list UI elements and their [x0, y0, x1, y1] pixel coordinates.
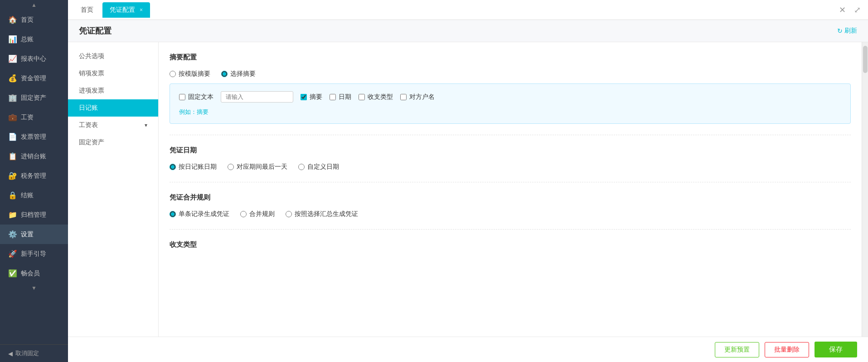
income-type-title: 收支类型 — [170, 240, 851, 249]
last-day-of-period-radio[interactable]: 对应期间最后一天 — [228, 163, 287, 171]
settings-icon: ⚙️ — [8, 230, 17, 239]
bottom-bar: 更新预置 批量删除 保存 — [68, 337, 868, 362]
by-journal-date-radio[interactable]: 按日记账日期 — [170, 163, 217, 171]
right-content: 摘要配置 按模版摘要 选择摘要 — [159, 42, 862, 337]
date-check-input[interactable] — [330, 94, 336, 100]
template-abstract-radio[interactable]: 按模版摘要 — [170, 70, 210, 78]
sidebar-item-member[interactable]: ✅ 畅会员 — [0, 264, 68, 283]
scrollbar-thumb[interactable] — [863, 46, 868, 73]
custom-date-radio[interactable]: 自定义日期 — [298, 163, 339, 171]
main-area: 首页 凭证配置 × ✕ ⤢ 凭证配置 ↻ 刷新 公共选项 — [68, 0, 868, 362]
sidebar-item-funds[interactable]: 💰 资金管理 — [0, 68, 68, 88]
sidebar: ▲ 🏠 首页 📊 总账 📈 报表中心 💰 资金管理 🏢 固定资产 💼 工资 📄 … — [0, 0, 68, 362]
page-header: 凭证配置 ↻ 刷新 — [68, 20, 868, 42]
funds-icon: 💰 — [8, 74, 17, 83]
fixed-text-checkbox[interactable]: 固定文本 — [179, 93, 213, 101]
merge-rule-input[interactable] — [240, 211, 247, 217]
abstract-config-section: 摘要配置 按模版摘要 选择摘要 — [170, 53, 851, 135]
abstract-check-input[interactable] — [301, 94, 307, 100]
sidebar-item-tax[interactable]: 🔐 税务管理 — [0, 166, 68, 186]
select-abstract-input[interactable] — [221, 71, 228, 77]
left-nav-item-sales-invoice[interactable]: 销项发票 — [68, 65, 158, 82]
voucher-date-title: 凭证日期 — [170, 146, 851, 155]
counterpart-name-checkbox[interactable]: 对方户名 — [400, 93, 435, 101]
page-title: 凭证配置 — [79, 25, 112, 36]
income-type-checkbox[interactable]: 收支类型 — [359, 93, 393, 101]
sidebar-item-payroll[interactable]: 💼 工资 — [0, 108, 68, 127]
left-nav-item-public[interactable]: 公共选项 — [68, 48, 158, 65]
fixed-text-field[interactable] — [221, 91, 293, 103]
select-summary-radio[interactable]: 按照选择汇总生成凭证 — [286, 210, 358, 218]
save-button[interactable]: 保存 — [815, 342, 857, 357]
reports-icon: 📈 — [8, 54, 17, 63]
merge-rule-radio[interactable]: 合并规则 — [240, 210, 275, 218]
refresh-button[interactable]: ↻ 刷新 — [837, 27, 857, 35]
pin-icon: ◀ — [8, 350, 13, 357]
income-type-input[interactable] — [359, 94, 365, 100]
window-maximize-icon[interactable]: ⤢ — [852, 3, 863, 17]
template-abstract-input[interactable] — [170, 71, 176, 77]
content-area: 凭证配置 ↻ 刷新 公共选项 销项发票 进项发票 日记账 — [68, 20, 868, 362]
ledger-icon: 📊 — [8, 35, 17, 44]
merge-rules-title: 凭证合并规则 — [170, 193, 851, 202]
tab-close-icon[interactable]: × — [140, 7, 143, 13]
sidebar-scroll-up[interactable]: ▲ — [0, 0, 68, 10]
custom-date-input[interactable] — [298, 164, 305, 170]
counterpart-name-input[interactable] — [400, 94, 407, 100]
sidebar-item-home[interactable]: 🏠 首页 — [0, 10, 68, 29]
voucher-date-section: 凭证日期 按日记账日期 对应期间最后一天 自定义日期 — [170, 146, 851, 182]
sidebar-item-guide[interactable]: 🚀 新手引导 — [0, 244, 68, 264]
fixed-text-input[interactable] — [179, 94, 185, 100]
abstract-checkbox-row: 固定文本 摘要 日期 — [179, 91, 841, 103]
sidebar-item-assets[interactable]: 🏢 固定资产 — [0, 88, 68, 108]
income-type-section: 收支类型 — [170, 240, 851, 268]
tab-bar-actions: ✕ ⤢ — [837, 3, 863, 17]
sidebar-item-purchase-sale[interactable]: 📋 进销台账 — [0, 147, 68, 166]
unpin-button[interactable]: ◀ 取消固定 — [0, 344, 68, 362]
abstract-radio-group: 按模版摘要 选择摘要 — [170, 70, 851, 78]
merge-rules-section: 凭证合并规则 单条记录生成凭证 合并规则 按照选择汇总生成凭证 — [170, 193, 851, 230]
sidebar-scroll-down[interactable]: ▼ — [0, 283, 68, 293]
archive-icon: 📁 — [8, 210, 17, 219]
batch-delete-button[interactable]: 批量删除 — [765, 342, 809, 357]
left-nav-item-fixed-assets[interactable]: 固定资产 — [68, 134, 158, 151]
close-accounts-icon: 🔒 — [8, 191, 17, 200]
tax-icon: 🔐 — [8, 171, 17, 180]
single-record-input[interactable] — [170, 211, 176, 217]
right-scrollbar[interactable] — [862, 42, 868, 337]
sidebar-item-archive[interactable]: 📁 归档管理 — [0, 205, 68, 225]
sidebar-item-reports[interactable]: 📈 报表中心 — [0, 49, 68, 68]
sidebar-item-invoice-mgmt[interactable]: 📄 发票管理 — [0, 127, 68, 147]
merge-rules-radio-group: 单条记录生成凭证 合并规则 按照选择汇总生成凭证 — [170, 210, 851, 218]
payroll-icon: 💼 — [8, 113, 17, 122]
abstract-section-title: 摘要配置 — [170, 53, 851, 62]
date-checkbox[interactable]: 日期 — [330, 93, 351, 101]
tab-voucher-config[interactable]: 凭证配置 × — [102, 2, 150, 18]
last-day-input[interactable] — [228, 164, 234, 170]
window-close-icon[interactable]: ✕ — [837, 3, 848, 17]
abstract-example: 例如：摘要 — [179, 108, 841, 116]
home-icon: 🏠 — [8, 15, 17, 24]
sidebar-item-ledger[interactable]: 📊 总账 — [0, 29, 68, 49]
chevron-down-icon: ▾ — [145, 122, 147, 128]
by-journal-date-input[interactable] — [170, 164, 176, 170]
body-layout: 公共选项 销项发票 进项发票 日记账 工资表 ▾ 固定资产 — [68, 42, 868, 337]
purchase-sale-icon: 📋 — [8, 152, 17, 161]
member-icon: ✅ — [8, 269, 17, 278]
update-preview-button[interactable]: 更新预置 — [715, 342, 759, 357]
select-summary-input[interactable] — [286, 211, 292, 217]
invoice-mgmt-icon: 📄 — [8, 132, 17, 141]
abstract-config-box: 固定文本 摘要 日期 — [170, 83, 851, 124]
left-nav-item-journal[interactable]: 日记账 — [68, 99, 158, 117]
select-abstract-radio[interactable]: 选择摘要 — [221, 70, 256, 78]
refresh-icon: ↻ — [837, 27, 843, 34]
sidebar-item-settings[interactable]: ⚙️ 设置 — [0, 225, 68, 244]
voucher-date-radio-group: 按日记账日期 对应期间最后一天 自定义日期 — [170, 163, 851, 171]
tab-home[interactable]: 首页 — [73, 2, 101, 18]
left-nav-item-purchase-invoice[interactable]: 进项发票 — [68, 82, 158, 99]
left-nav-item-payroll-table[interactable]: 工资表 ▾ — [68, 117, 158, 134]
sidebar-item-close[interactable]: 🔒 结账 — [0, 186, 68, 205]
tab-bar: 首页 凭证配置 × ✕ ⤢ — [68, 0, 868, 20]
abstract-checkbox[interactable]: 摘要 — [301, 93, 322, 101]
single-record-radio[interactable]: 单条记录生成凭证 — [170, 210, 229, 218]
